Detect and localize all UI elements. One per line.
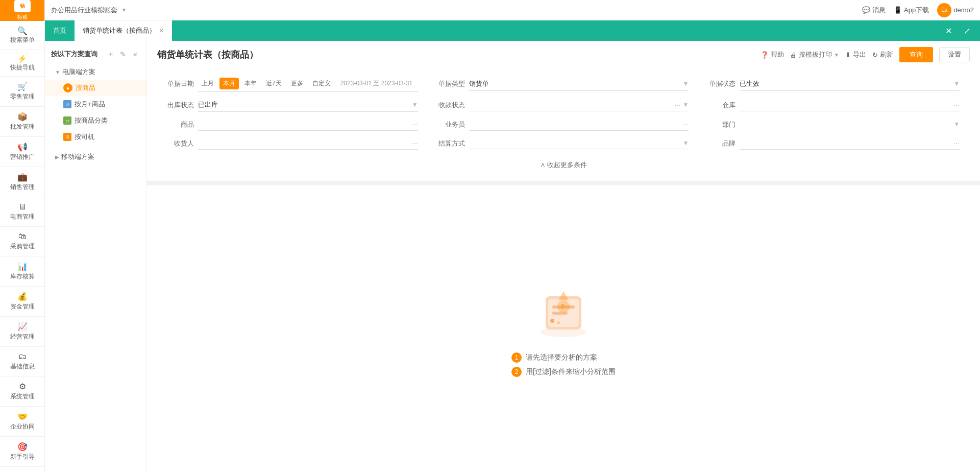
template-print-icon: 🖨 bbox=[790, 51, 797, 59]
salesperson-control[interactable]: ··· bbox=[469, 118, 689, 131]
industry-dropdown-icon[interactable]: ▼ bbox=[121, 7, 127, 13]
date-this-month[interactable]: 本月 bbox=[219, 78, 239, 89]
filter-out-status: 出库状态 已出库 ▼ bbox=[167, 98, 418, 112]
empty-tip-2: 2 用[过滤]条件来缩小分析范围 bbox=[511, 367, 616, 377]
tab-home[interactable]: 首页 bbox=[45, 20, 75, 41]
payment-status-control[interactable]: ··· ▼ bbox=[469, 99, 689, 111]
tab-minimize-btn[interactable]: ✕ bbox=[941, 23, 955, 38]
help-btn[interactable]: ❓ 帮助 bbox=[761, 50, 784, 59]
right-content: 销货单统计表（按商品） ❓ 帮助 🖨 按模板打印 ▼ ⬇ bbox=[147, 41, 980, 472]
department-control[interactable]: ▼ bbox=[740, 119, 960, 130]
sidebar-item-app-center[interactable]: 🔧 应用中心 bbox=[0, 467, 44, 472]
enterprise-icon: 🤝 bbox=[17, 412, 28, 421]
empty-tips: 1 请先选择要分析的方案 2 用[过滤]条件来缩小分析范围 bbox=[511, 352, 616, 377]
sidebar-item-system[interactable]: ⚙ 系统管理 bbox=[0, 376, 44, 407]
collapse-bar[interactable]: ∧ 收起更多条件 bbox=[167, 156, 960, 174]
sidebar: 畅 标账 🔍 搜索菜单 ⚡ 快捷导航 🛒 零售管理 📦 批发管理 📢 营销推广 … bbox=[0, 0, 45, 472]
date-7-days[interactable]: 近7天 bbox=[262, 78, 285, 89]
empty-illustration: ? bbox=[533, 281, 594, 342]
tabbar-actions: ✕ ⤢ bbox=[941, 23, 980, 38]
collapse-icon: ∧ bbox=[540, 161, 546, 169]
add-scheme-btn[interactable]: ＋ bbox=[106, 49, 116, 59]
tab-maximize-btn[interactable]: ⤢ bbox=[960, 23, 974, 38]
sidebar-item-retail[interactable]: 🛒 零售管理 bbox=[0, 77, 44, 107]
brand-control[interactable]: ··· bbox=[740, 137, 960, 150]
username: demo2 bbox=[953, 6, 974, 14]
date-last-month[interactable]: 上月 bbox=[198, 78, 217, 89]
product-control[interactable]: ··· bbox=[198, 118, 418, 131]
topbar-left: 办公用品行业模拟账套 ▼ bbox=[51, 6, 127, 15]
sidebar-search[interactable]: 🔍 搜索菜单 bbox=[0, 21, 44, 50]
empty-state: ? 1 请先选择要分析的方案 2 用[过滤]条件来缩小分析范围 bbox=[147, 185, 980, 472]
scheme-by-cashier[interactable]: 司 按司机 bbox=[45, 129, 146, 145]
collapse-panel-btn[interactable]: « bbox=[130, 49, 140, 59]
page-header: 销货单统计表（按商品） ❓ 帮助 🖨 按模板打印 ▼ ⬇ bbox=[147, 41, 980, 181]
message-label: 消息 bbox=[872, 6, 886, 15]
empty-tip-1: 1 请先选择要分析的方案 bbox=[511, 352, 616, 363]
recipient-dots: ··· bbox=[412, 139, 418, 147]
refresh-btn[interactable]: ↻ 刷新 bbox=[872, 50, 893, 59]
newbie-icon: 🎯 bbox=[17, 442, 28, 452]
recipient-control[interactable]: ··· bbox=[198, 137, 418, 150]
sidebar-item-basic[interactable]: 🗂 基础信息 bbox=[0, 347, 44, 376]
sidebar-item-ecommerce[interactable]: 🖥 电商管理 bbox=[0, 197, 44, 227]
date-range-display: 2023-03-01 至 2023-03-31 bbox=[340, 79, 412, 88]
message-btn[interactable]: 💬 消息 bbox=[862, 6, 886, 15]
tab-sales-stats[interactable]: 销货单统计表（按商品） ✕ bbox=[75, 20, 172, 41]
filter-row-2: 出库状态 已出库 ▼ 收款状态 ··· ▼ bbox=[167, 98, 960, 112]
scheme-by-product[interactable]: ● 按商品 bbox=[45, 80, 146, 96]
warehouse-dots: ··· bbox=[953, 101, 960, 109]
basic-icon: 🗂 bbox=[18, 352, 27, 361]
scheme-by-month-product[interactable]: 月 按月+商品 bbox=[45, 96, 146, 112]
main-area: 办公用品行业模拟账套 ▼ 💬 消息 📱 App下载 Ea demo2 首页 bbox=[45, 0, 980, 472]
doc-status-control[interactable]: 已生效 ▼ bbox=[740, 77, 960, 91]
date-custom[interactable]: 自定义 bbox=[309, 78, 334, 89]
filter-settlement: 结算方式 ▼ bbox=[438, 137, 689, 149]
template-print-btn[interactable]: 🖨 按模板打印 ▼ bbox=[790, 50, 839, 59]
marketing-icon: 📢 bbox=[17, 142, 28, 152]
app-download-btn[interactable]: 📱 App下载 bbox=[894, 6, 929, 15]
filter-recipient: 收货人 ··· bbox=[167, 137, 418, 150]
scheme-group-desktop-title[interactable]: ▼ 电脑端方案 bbox=[45, 64, 146, 80]
ecommerce-icon: 🖥 bbox=[18, 202, 27, 211]
svg-point-14 bbox=[557, 321, 560, 324]
query-button[interactable]: 查询 bbox=[899, 47, 933, 62]
settlement-control[interactable]: ▼ bbox=[469, 137, 689, 149]
doc-type-label: 单据类型 bbox=[438, 79, 469, 88]
export-icon: ⬇ bbox=[845, 51, 851, 59]
sidebar-item-inventory[interactable]: 📊 库存核算 bbox=[0, 256, 44, 287]
sidebar-item-wholesale[interactable]: 📦 批发管理 bbox=[0, 107, 44, 137]
doc-type-control[interactable]: 销货单 ▼ bbox=[469, 77, 689, 91]
doc-type-value: 销货单 bbox=[469, 79, 681, 88]
scheme-by-category[interactable]: 分 按商品分类 bbox=[45, 112, 146, 129]
sidebar-logo: 畅 标账 bbox=[0, 0, 45, 21]
scheme-by-month-label: 按月+商品 bbox=[75, 100, 105, 109]
sidebar-quick-nav[interactable]: ⚡ 快捷导航 bbox=[0, 50, 44, 77]
sidebar-item-marketing[interactable]: 📢 营销推广 bbox=[0, 137, 44, 167]
settings-button[interactable]: 设置 bbox=[939, 47, 970, 62]
payment-status-label: 收款状态 bbox=[438, 101, 469, 110]
out-status-control[interactable]: 已出库 ▼ bbox=[198, 98, 418, 112]
page-header-actions: ❓ 帮助 🖨 按模板打印 ▼ ⬇ 导出 ↻ bbox=[761, 47, 970, 62]
export-btn[interactable]: ⬇ 导出 bbox=[845, 50, 866, 59]
tab-close-btn[interactable]: ✕ bbox=[159, 27, 164, 34]
svg-text:月: 月 bbox=[66, 103, 69, 106]
edit-scheme-btn[interactable]: ✎ bbox=[118, 49, 128, 59]
sidebar-item-sales[interactable]: 💼 销售管理 bbox=[0, 167, 44, 197]
sidebar-item-operations[interactable]: 📈 经营管理 bbox=[0, 317, 44, 347]
product-label: 商品 bbox=[167, 120, 198, 129]
app-download-label: App下载 bbox=[904, 6, 929, 15]
date-this-year[interactable]: 本年 bbox=[241, 78, 260, 89]
sidebar-item-purchase[interactable]: 🛍 采购管理 bbox=[0, 227, 44, 256]
user-profile[interactable]: Ea demo2 bbox=[937, 3, 974, 17]
sidebar-item-enterprise-collab[interactable]: 🤝 企业协同 bbox=[0, 407, 44, 437]
doc-type-chevron: ▼ bbox=[682, 80, 689, 87]
scheme-group-mobile-title[interactable]: ▶ 移动端方案 bbox=[45, 149, 146, 164]
warehouse-control[interactable]: ··· bbox=[740, 99, 960, 111]
left-panel: 按以下方案查询 ＋ ✎ « ▼ 电脑端方案 ● 按商品 bbox=[45, 41, 147, 472]
scheme-by-product-label: 按商品 bbox=[76, 83, 95, 92]
sidebar-search-label: 搜索菜单 bbox=[10, 36, 35, 43]
date-more[interactable]: 更多 bbox=[287, 78, 307, 89]
sidebar-item-newbie[interactable]: 🎯 新手引导 bbox=[0, 437, 44, 467]
sidebar-item-finance[interactable]: 💰 资金管理 bbox=[0, 287, 44, 317]
